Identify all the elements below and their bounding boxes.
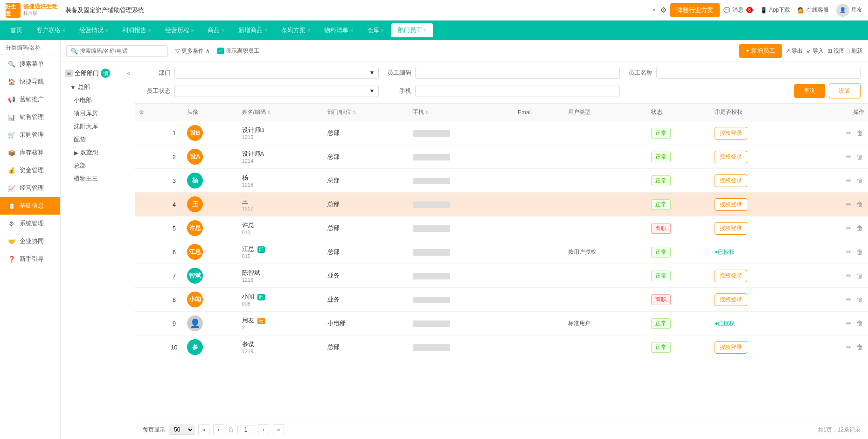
- tab-goods[interactable]: 商品 ×: [201, 23, 231, 37]
- user-btn[interactable]: 👤 用友: [836, 4, 862, 17]
- sidebar-item-operations[interactable]: 📈 经营管理: [0, 179, 60, 197]
- sidebar-search-input[interactable]: [6, 44, 61, 51]
- edit-button[interactable]: ✏: [846, 248, 852, 256]
- edit-button[interactable]: ✏: [846, 224, 852, 232]
- system-dropdown-arrow[interactable]: ▼: [652, 7, 656, 13]
- tab-warehouse[interactable]: 仓库 ×: [361, 23, 390, 37]
- close-icon[interactable]: ×: [222, 28, 224, 33]
- employee-search-input[interactable]: [80, 48, 164, 54]
- dept-node-zongbu[interactable]: 总部: [61, 159, 135, 172]
- close-icon[interactable]: ×: [191, 28, 194, 33]
- edit-button[interactable]: ✏: [846, 320, 852, 327]
- dept-node-plantking[interactable]: 植物王三: [61, 172, 135, 185]
- delete-button[interactable]: 🗑: [856, 272, 863, 279]
- tab-employees[interactable]: 部门员工 ×: [391, 23, 433, 37]
- tab-profit[interactable]: 利润报告 ×: [116, 23, 158, 37]
- tab-customer[interactable]: 客户联络 ×: [30, 23, 72, 37]
- delete-button[interactable]: 🗑: [856, 177, 863, 184]
- edit-button[interactable]: ✏: [846, 153, 852, 160]
- phone-input[interactable]: [415, 85, 619, 97]
- dept-collapse-btn[interactable]: «: [127, 70, 130, 77]
- emp-code-input[interactable]: [415, 67, 619, 79]
- name-column-header[interactable]: 姓名/编码: [238, 104, 324, 121]
- sidebar-item-inventory[interactable]: 📦 库存核算: [0, 144, 60, 161]
- edit-button[interactable]: ✏: [846, 129, 852, 137]
- prev-page-btn[interactable]: ‹: [213, 424, 224, 435]
- dept-node-shenyang[interactable]: 沈阳大库: [61, 120, 135, 133]
- auth-login-button[interactable]: 授权登录: [715, 341, 747, 354]
- close-icon[interactable]: ×: [62, 28, 65, 33]
- app-download-btn[interactable]: 📱 App下载: [760, 6, 790, 14]
- close-icon[interactable]: ×: [307, 28, 310, 33]
- sidebar-item-finance[interactable]: 💰 资金管理: [0, 161, 60, 179]
- add-employee-button[interactable]: + 新增员工: [739, 44, 782, 58]
- dept-node-project[interactable]: 项目库房: [61, 107, 135, 120]
- more-filter-btn[interactable]: ▽ 更多条件 ∧: [172, 45, 214, 57]
- edit-button[interactable]: ✏: [846, 201, 852, 208]
- tab-operations[interactable]: 经营情况 ×: [73, 23, 115, 37]
- message-btn[interactable]: 💬 消息 6: [723, 6, 753, 14]
- auth-login-button[interactable]: 授权登录: [715, 127, 747, 139]
- dept-edit-btn[interactable]: 编: [101, 69, 110, 78]
- delete-button[interactable]: 🗑: [856, 296, 863, 303]
- edit-button[interactable]: ✏: [846, 343, 852, 351]
- close-icon[interactable]: ×: [148, 28, 151, 33]
- sidebar-item-basic[interactable]: 📋 基础信息: [0, 197, 60, 215]
- first-page-btn[interactable]: «: [198, 424, 209, 435]
- sidebar-item-guide[interactable]: ❓ 新手引导: [0, 250, 60, 268]
- tab-new-goods[interactable]: 新增商品 ×: [232, 23, 274, 37]
- auth-login-button[interactable]: 授权登录: [715, 270, 747, 282]
- dept-node-head[interactable]: ▼ 总部: [61, 81, 135, 94]
- close-icon[interactable]: ×: [105, 28, 108, 33]
- next-page-btn[interactable]: ›: [258, 424, 269, 435]
- delete-button[interactable]: 🗑: [856, 248, 863, 256]
- dept-node-peihuo[interactable]: 配货: [61, 133, 135, 146]
- delete-button[interactable]: 🗑: [856, 129, 863, 137]
- edit-button[interactable]: ✏: [846, 296, 852, 303]
- auth-login-button[interactable]: 授权登录: [715, 222, 747, 235]
- delete-button[interactable]: 🗑: [856, 201, 863, 208]
- dept-node-shuangyuan[interactable]: ▶ 双鸢想: [61, 146, 135, 159]
- auth-login-button[interactable]: 授权登录: [715, 174, 747, 187]
- close-icon[interactable]: ×: [424, 28, 427, 33]
- sidebar-item-search[interactable]: 🔍 搜索菜单: [0, 55, 60, 73]
- dept-column-header[interactable]: 部门/职位: [324, 104, 409, 121]
- status-select[interactable]: ▼: [174, 85, 379, 97]
- sidebar-item-marketing[interactable]: 📢 营销推广: [0, 91, 60, 108]
- sidebar-item-collab[interactable]: 🤝 企业协同: [0, 232, 60, 250]
- export-btn[interactable]: ↗ 导出: [785, 47, 803, 55]
- close-icon[interactable]: ×: [264, 28, 267, 33]
- sidebar-item-purchase[interactable]: 🛒 采购管理: [0, 126, 60, 144]
- set-button[interactable]: 设置: [829, 84, 861, 98]
- tab-bom[interactable]: 物料清单 ×: [318, 23, 360, 37]
- tab-barcode[interactable]: 条码方案 ×: [275, 23, 317, 37]
- query-button[interactable]: 查询: [794, 84, 825, 98]
- delete-button[interactable]: 🗑: [856, 343, 863, 351]
- import-btn[interactable]: ↙ 导入: [806, 47, 824, 55]
- sidebar-item-shortcut[interactable]: 🏠 快捷导航: [0, 73, 60, 91]
- delete-button[interactable]: 🗑: [856, 153, 863, 160]
- search-box[interactable]: 🔍: [66, 45, 168, 57]
- tab-home[interactable]: 首页: [4, 23, 29, 37]
- edit-button[interactable]: ✏: [846, 177, 852, 184]
- edit-button[interactable]: ✏: [846, 272, 852, 279]
- tab-history[interactable]: 经营历程 ×: [159, 23, 201, 37]
- page-size-select[interactable]: 50 20 100: [169, 425, 194, 435]
- settings-icon[interactable]: ⚙: [660, 6, 667, 14]
- online-service-btn[interactable]: 💁 在线客服: [798, 6, 829, 14]
- sidebar-search[interactable]: 🔍: [0, 40, 60, 55]
- show-resigned-checkbox[interactable]: ✓ 显示离职员工: [217, 47, 259, 55]
- emp-name-input[interactable]: [656, 67, 861, 79]
- last-page-btn[interactable]: »: [273, 424, 284, 435]
- auth-login-button[interactable]: 授权登录: [715, 151, 747, 163]
- delete-button[interactable]: 🗑: [856, 224, 863, 232]
- close-icon[interactable]: ×: [381, 28, 384, 33]
- close-icon[interactable]: ×: [350, 28, 353, 33]
- trial-button[interactable]: 体验行业方案: [670, 3, 720, 17]
- dept-select[interactable]: ▼: [174, 67, 379, 79]
- phone-column-header[interactable]: 手机: [409, 104, 514, 121]
- view-btn[interactable]: ⊞ 视图: [827, 47, 845, 55]
- page-input[interactable]: 1: [237, 425, 254, 434]
- auth-login-button[interactable]: 授权登录: [715, 198, 747, 211]
- settings-column-header[interactable]: ⚙: [135, 104, 165, 121]
